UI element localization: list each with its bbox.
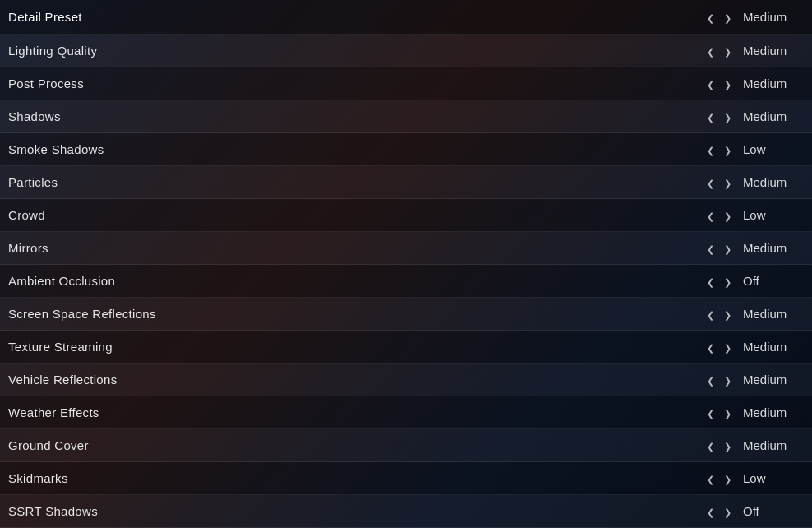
setting-control-vehicle-reflections: Medium (704, 372, 804, 388)
setting-value-crowd: Low (738, 208, 804, 222)
setting-value-ambient-occlusion: Off (738, 274, 804, 288)
setting-label-weather-effects: Weather Effects (8, 405, 704, 419)
arrow-left-skidmarks[interactable] (704, 470, 717, 487)
setting-row-weather-effects: Weather EffectsMedium (0, 396, 812, 429)
setting-row-crowd: CrowdLow (0, 199, 812, 232)
setting-control-detail-preset: Medium (704, 9, 804, 25)
arrow-right-vehicle-reflections[interactable] (721, 372, 735, 388)
setting-row-vehicle-reflections: Vehicle ReflectionsMedium (0, 364, 812, 396)
arrow-left-mirrors[interactable] (704, 240, 717, 257)
setting-value-texture-streaming: Medium (738, 340, 804, 354)
setting-value-vehicle-reflections: Medium (738, 373, 804, 387)
setting-control-skidmarks: Low (704, 470, 804, 487)
setting-row-ssrt-shadows: SSRT ShadowsOff (0, 495, 812, 528)
setting-control-lighting-quality: Medium (704, 43, 804, 59)
setting-row-lighting-quality: Lighting QualityMedium (0, 35, 812, 67)
setting-row-mirrors: MirrorsMedium (0, 232, 812, 265)
setting-label-crowd: Crowd (8, 208, 704, 222)
arrow-right-ground-cover[interactable] (721, 438, 735, 454)
setting-row-skidmarks: SkidmarksLow (0, 462, 812, 495)
arrow-left-screen-space-reflections[interactable] (704, 306, 717, 322)
setting-label-ambient-occlusion: Ambient Occlusion (8, 274, 704, 288)
setting-value-detail-preset: Medium (738, 10, 804, 24)
setting-control-crowd: Low (704, 207, 804, 224)
arrow-right-screen-space-reflections[interactable] (721, 306, 735, 322)
setting-row-detail-preset: Detail PresetMedium (0, 0, 812, 35)
setting-label-ground-cover: Ground Cover (8, 438, 704, 452)
setting-control-smoke-shadows: Low (704, 141, 804, 158)
setting-control-particles: Medium (704, 174, 804, 191)
setting-row-smoke-shadows: Smoke ShadowsLow (0, 133, 812, 166)
setting-row-texture-streaming: Texture StreamingMedium (0, 331, 812, 364)
arrow-right-weather-effects[interactable] (721, 405, 735, 421)
arrow-right-smoke-shadows[interactable] (721, 141, 735, 158)
setting-label-mirrors: Mirrors (8, 241, 704, 255)
setting-value-ground-cover: Medium (738, 438, 804, 452)
arrow-left-shadows[interactable] (704, 109, 717, 125)
setting-control-ground-cover: Medium (704, 438, 804, 454)
setting-control-post-process: Medium (704, 76, 804, 92)
setting-control-screen-space-reflections: Medium (704, 306, 804, 322)
arrow-left-detail-preset[interactable] (704, 9, 717, 25)
arrow-left-lighting-quality[interactable] (704, 43, 717, 59)
setting-value-smoke-shadows: Low (738, 142, 804, 156)
arrow-left-particles[interactable] (704, 174, 717, 191)
setting-control-ambient-occlusion: Off (704, 273, 804, 289)
arrow-right-post-process[interactable] (721, 76, 735, 92)
setting-value-particles: Medium (738, 175, 804, 189)
setting-label-particles: Particles (8, 175, 704, 189)
setting-row-particles: ParticlesMedium (0, 166, 812, 199)
setting-control-shadows: Medium (704, 109, 804, 125)
arrow-right-shadows[interactable] (721, 109, 735, 125)
setting-label-post-process: Post Process (8, 76, 704, 90)
setting-row-ground-cover: Ground CoverMedium (0, 429, 812, 462)
setting-row-post-process: Post ProcessMedium (0, 67, 812, 100)
arrow-right-texture-streaming[interactable] (721, 339, 735, 355)
setting-value-post-process: Medium (738, 76, 804, 90)
arrow-left-smoke-shadows[interactable] (704, 141, 717, 158)
setting-control-mirrors: Medium (704, 240, 804, 257)
arrow-left-crowd[interactable] (704, 207, 717, 224)
setting-value-lighting-quality: Medium (738, 44, 804, 58)
setting-control-ssrt-shadows: Off (704, 503, 804, 520)
setting-row-shadows: ShadowsMedium (0, 100, 812, 133)
setting-control-weather-effects: Medium (704, 405, 804, 421)
arrow-left-post-process[interactable] (704, 76, 717, 92)
arrow-left-vehicle-reflections[interactable] (704, 372, 717, 388)
arrow-right-detail-preset[interactable] (721, 9, 735, 25)
setting-row-screen-space-reflections: Screen Space ReflectionsMedium (0, 298, 812, 331)
setting-label-smoke-shadows: Smoke Shadows (8, 142, 704, 156)
arrow-left-texture-streaming[interactable] (704, 339, 717, 355)
arrow-right-mirrors[interactable] (721, 240, 735, 257)
setting-label-skidmarks: Skidmarks (8, 471, 704, 485)
setting-value-skidmarks: Low (738, 471, 804, 485)
setting-value-shadows: Medium (738, 109, 804, 123)
setting-label-texture-streaming: Texture Streaming (8, 340, 704, 354)
setting-label-screen-space-reflections: Screen Space Reflections (8, 307, 704, 321)
setting-label-lighting-quality: Lighting Quality (8, 44, 704, 58)
arrow-left-ambient-occlusion[interactable] (704, 273, 717, 289)
arrow-right-ambient-occlusion[interactable] (721, 273, 735, 289)
setting-value-weather-effects: Medium (738, 405, 804, 419)
arrow-right-ssrt-shadows[interactable] (721, 503, 735, 520)
setting-label-ssrt-shadows: SSRT Shadows (8, 504, 704, 518)
setting-label-shadows: Shadows (8, 109, 704, 123)
setting-row-ambient-occlusion: Ambient OcclusionOff (0, 265, 812, 298)
setting-label-detail-preset: Detail Preset (8, 10, 704, 24)
arrow-left-weather-effects[interactable] (704, 405, 717, 421)
setting-value-ssrt-shadows: Off (738, 504, 804, 518)
setting-control-texture-streaming: Medium (704, 339, 804, 355)
arrow-right-skidmarks[interactable] (721, 470, 735, 487)
arrow-right-particles[interactable] (721, 174, 735, 191)
arrow-left-ssrt-shadows[interactable] (704, 503, 717, 520)
settings-container: Detail PresetMediumLighting QualityMediu… (0, 0, 812, 528)
arrow-left-ground-cover[interactable] (704, 438, 717, 454)
arrow-right-lighting-quality[interactable] (721, 43, 735, 59)
setting-value-screen-space-reflections: Medium (738, 307, 804, 321)
setting-label-vehicle-reflections: Vehicle Reflections (8, 373, 704, 387)
setting-value-mirrors: Medium (738, 241, 804, 255)
arrow-right-crowd[interactable] (721, 207, 735, 224)
